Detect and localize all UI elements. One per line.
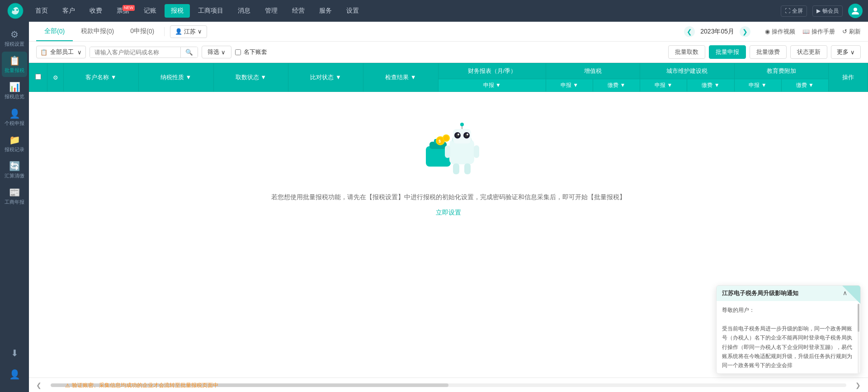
nav-billing[interactable]: 收费 [83, 4, 108, 18]
th-financial-declare[interactable]: 申报 ▼ [438, 79, 546, 92]
th-compare-status[interactable]: 比对状态 ▼ [288, 63, 363, 92]
customer-filter-icon: ▼ [111, 74, 117, 81]
vat-pay-filter: ▼ [620, 82, 625, 88]
refresh-button[interactable]: ↺ 刷新 [842, 28, 861, 36]
svg-rect-25 [453, 163, 459, 174]
empty-text: 若您想使用批量报税功能，请先在【报税设置】中进行报税的初始化设置，完成密码验证和… [271, 193, 626, 201]
th-vat-declare[interactable]: 申报 ▼ [546, 79, 593, 92]
nav-message[interactable]: 消息 [231, 4, 257, 18]
tabs: 全部(0) 税款申报(0) 0申报(0) [36, 22, 162, 41]
svg-point-19 [458, 134, 459, 135]
tab-tax-declaration[interactable]: 税款申报(0) [73, 22, 122, 41]
scroll-left-button[interactable]: ❮ [36, 382, 42, 389]
sidebar-item-personal-tax[interactable]: 👤 个税申报 [2, 105, 27, 130]
chevron-down-icon: ∨ [198, 28, 202, 35]
refresh-icon: ↺ [842, 28, 847, 35]
app-logo[interactable] [5, 1, 25, 21]
annual-report-icon: 📰 [9, 187, 20, 198]
empty-state: $ [29, 92, 868, 244]
notification-header: 江苏电子税务局升级影响通知 ∧ × [717, 286, 860, 301]
tab-zero-declaration[interactable]: 0申报(0) [122, 22, 162, 41]
sidebar-item-download[interactable]: ⬇ [2, 344, 27, 363]
fin-dec-filter: ▼ [495, 82, 501, 88]
employee-icon: 📋 [40, 49, 47, 56]
check-filter-icon: ▼ [410, 74, 416, 81]
sub-account-checkbox[interactable] [235, 49, 241, 55]
region-selector[interactable]: 👤 江苏 ∨ [170, 25, 207, 38]
sidebar-item-annual-report[interactable]: 📰 工商年报 [2, 183, 27, 209]
fullscreen-button[interactable]: ⛶ 全屏 [781, 5, 807, 17]
download-icon: ⬇ [11, 348, 19, 359]
th-vat: 增值税 [546, 63, 640, 79]
svg-text:$: $ [439, 139, 441, 143]
th-settings[interactable]: ⚙ [47, 63, 64, 92]
svg-point-11 [443, 135, 449, 141]
warning-icon: ⚠ [65, 382, 70, 389]
next-month-button[interactable]: ❯ [740, 26, 750, 37]
table-body: $ [29, 92, 868, 244]
city-pay-filter: ▼ [714, 82, 720, 88]
batch-fetch-button[interactable]: 批量取数 [668, 45, 705, 59]
data-table: ⚙ 客户名称 ▼ 纳税性质 ▼ 取数状态 ▼ 比对状态 ▼ 检查结果 ▼ [29, 63, 868, 244]
filter-button[interactable]: 筛选 ∨ [202, 46, 231, 58]
filter-chevron-icon: ∨ [221, 49, 226, 56]
user-avatar[interactable] [848, 4, 863, 18]
sidebar-bottom: ⬇ 👤 [0, 340, 29, 388]
sidebar-item-batch-tax[interactable]: 📋 批量报税 [2, 52, 27, 77]
batch-pay-button[interactable]: 批量缴费 [750, 45, 787, 59]
th-tax-type[interactable]: 纳税性质 ▼ [138, 63, 213, 92]
nav-customer[interactable]: 客户 [56, 4, 81, 18]
th-edu-declare[interactable]: 申报 ▼ [734, 79, 781, 92]
sidebar-item-user[interactable]: 👤 [2, 365, 27, 385]
sidebar-item-tax-settings[interactable]: ⚙ 报税设置 [2, 25, 27, 51]
operation-manual-link[interactable]: 📖 操作手册 [802, 28, 835, 36]
nav-accounting[interactable]: 记账 [137, 4, 163, 18]
th-check-result[interactable]: 检查结果 ▼ [363, 63, 439, 92]
more-button[interactable]: 更多 ∨ [831, 45, 861, 59]
notification-scrollbar[interactable] [858, 304, 859, 373]
nav-home[interactable]: 首页 [29, 4, 54, 18]
th-city-declare[interactable]: 申报 ▼ [640, 79, 687, 92]
notification-title: 江苏电子税务局升级影响通知 [722, 289, 798, 297]
settlement-icon: 🔄 [9, 161, 20, 172]
sidebar: ⚙ 报税设置 📋 批量报税 📊 报税总览 👤 个税申报 📁 报税记录 🔄 汇算清… [0, 22, 29, 392]
sidebar-item-tax-records[interactable]: 📁 报税记录 [2, 131, 27, 156]
nav-tax[interactable]: 报税 [165, 4, 190, 18]
empty-state-row: $ [29, 92, 868, 244]
nav-invoice[interactable]: 票据 NEW [110, 4, 136, 18]
sidebar-item-settlement[interactable]: 🔄 汇算清缴 [2, 157, 27, 182]
top-navigation: 首页 客户 收费 票据 NEW 记账 报税 工商项目 消息 管理 经营 服务 设… [0, 0, 868, 22]
table-header-row-1: ⚙ 客户名称 ▼ 纳税性质 ▼ 取数状态 ▼ 比对状态 ▼ 检查结果 ▼ [29, 63, 868, 79]
sidebar-item-tax-overview[interactable]: 📊 报税总览 [2, 78, 27, 103]
setup-link[interactable]: 立即设置 [436, 209, 461, 217]
status-update-button[interactable]: 状态更新 [790, 45, 827, 59]
operation-video-link[interactable]: ◉ 操作视频 [765, 28, 795, 36]
th-customer[interactable]: 客户名称 ▼ [64, 63, 139, 92]
member-button[interactable]: ▶ 畅会员 [812, 5, 843, 17]
svg-point-1 [13, 9, 14, 11]
select-all-checkbox[interactable] [35, 74, 41, 80]
search-button[interactable]: 🔍 [180, 47, 198, 57]
nav-settings[interactable]: 设置 [340, 4, 365, 18]
th-city-pay[interactable]: 缴费 ▼ [687, 79, 734, 92]
prev-month-button[interactable]: ❮ [684, 26, 695, 37]
notification-content: 尊敬的用户： 受当前电子税务局进一步升级的影响，同一个政务网账号（办税人）名下的… [722, 306, 855, 370]
th-vat-pay[interactable]: 缴费 ▼ [593, 79, 640, 92]
th-financial-report: 财务报表（月/季） [438, 63, 546, 79]
batch-declare-button[interactable]: 批量申报 [709, 45, 746, 59]
th-edu-pay[interactable]: 缴费 ▼ [781, 79, 828, 92]
search-input[interactable] [90, 47, 180, 57]
employee-selector[interactable]: 📋 全部员工 ∨ [36, 46, 86, 58]
nav-service[interactable]: 服务 [313, 4, 338, 18]
sub-account-checkbox-label[interactable]: 名下账套 [235, 48, 267, 56]
nav-business[interactable]: 工商项目 [192, 4, 230, 18]
nav-operation[interactable]: 经营 [286, 4, 311, 18]
tab-all[interactable]: 全部(0) [36, 22, 73, 41]
scroll-right-button[interactable]: ❯ [855, 382, 861, 389]
th-checkbox[interactable] [29, 63, 47, 92]
th-fetch-status[interactable]: 取数状态 ▼ [213, 63, 288, 92]
month-navigation: ❮ 2023年05月 ❯ [684, 26, 750, 37]
dropdown-icon: ∨ [77, 49, 82, 56]
nav-management[interactable]: 管理 [259, 4, 284, 18]
warning-text: ⚠ 验证账密、采集信息均成功的企业才会流转至批量报税页面中 [65, 382, 218, 389]
